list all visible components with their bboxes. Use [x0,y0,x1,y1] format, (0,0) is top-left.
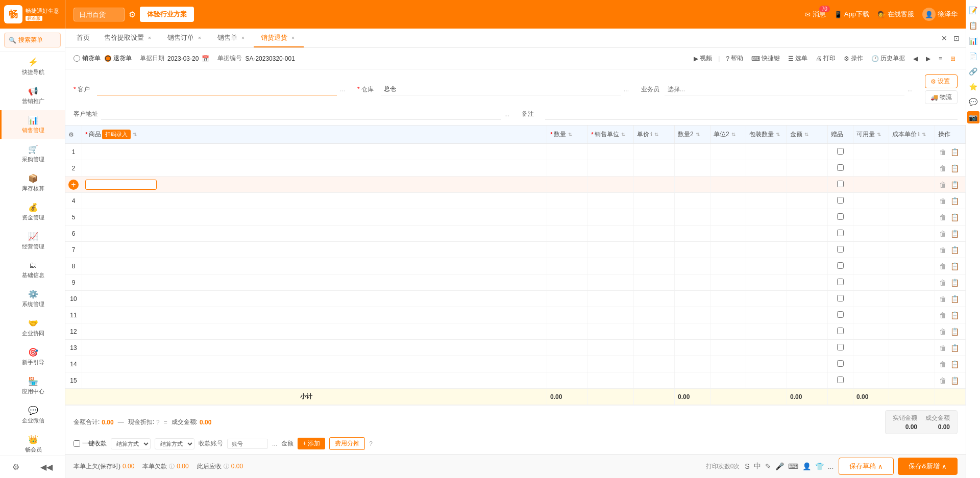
sidebar-item-purchase[interactable]: 🛒 采购管理 [0,139,65,168]
unit-cell[interactable] [588,144,634,160]
delete-row-button[interactable]: 🗑 [938,245,947,255]
sidebar-item-shortcut[interactable]: ⚡ 快捷导航 [0,52,65,81]
return-radio[interactable]: 退货单 [105,54,132,63]
th-gear[interactable]: ⚙ [65,125,82,144]
right-panel-icon-4[interactable]: 📄 [967,50,979,62]
history-button[interactable]: 🕐 历史单据 [869,53,907,64]
sidebar-item-operation[interactable]: 📈 经营管理 [0,227,65,256]
split-cost-button[interactable]: 费用分摊 [329,437,365,450]
settings-gear-icon[interactable]: ⚙ [129,10,136,19]
discount-help-icon[interactable]: ? [156,419,160,426]
remark-input[interactable] [545,108,958,120]
app-download-button[interactable]: 📱 App下载 [834,10,869,19]
amount-sort-icon[interactable]: ⇅ [804,132,808,137]
copy-row-button[interactable]: 📋 [949,375,960,386]
right-panel-icon-3[interactable]: 📊 [967,35,979,47]
receive-info-icon[interactable]: ⓘ [224,463,229,470]
sidebar-collapse-button[interactable]: ◀◀ [38,460,55,474]
sidebar-item-inventory[interactable]: 📦 库存核算 [0,168,65,197]
unit-cell[interactable] [588,160,634,177]
qty-cell[interactable] [547,144,588,160]
pkgqty-cell[interactable] [746,160,787,177]
avail-sort-icon[interactable]: ⇅ [877,132,881,137]
amount-cell[interactable] [787,177,828,193]
add-row-button[interactable]: + [68,180,79,190]
customer-select-dots[interactable]: ... [340,86,345,93]
sidebar-item-apps[interactable]: 🏪 应用中心 [0,371,65,400]
account-select-dots[interactable]: ... [272,440,277,447]
price-sort-icon[interactable]: ⇅ [654,132,658,137]
delete-row-button[interactable]: 🗑 [938,147,947,157]
sidebar-settings-button[interactable]: ⚙ [10,460,21,474]
sidebar-item-finance[interactable]: 💰 资金管理 [0,197,65,227]
copy-row-button[interactable]: 📋 [949,245,960,255]
right-panel-icon-1[interactable]: 📝 [967,4,979,16]
copy-row-button[interactable]: 📋 [949,261,960,271]
unit2-cell[interactable] [710,144,746,160]
copy-row-button[interactable]: 📋 [949,343,960,353]
salesperson-input[interactable] [665,84,904,95]
price-cell[interactable] [634,160,675,177]
avail-cell[interactable] [853,177,889,193]
warehouse-input[interactable] [381,84,621,95]
copy-row-button[interactable]: 📋 [949,310,960,320]
tab-sales-return[interactable]: 销货退货 × [254,29,304,47]
tool3-icon[interactable]: 🎤 [774,461,785,471]
account-input[interactable] [227,439,268,449]
salesperson-select-dots[interactable]: ... [908,86,913,93]
operate-button[interactable]: ⚙ 操作 [842,53,865,64]
delete-row-button[interactable]: 🗑 [938,229,947,239]
search-menu-button[interactable]: 🔍 搜索菜单 [4,33,61,47]
amount-cell[interactable] [787,160,828,177]
delete-row-button[interactable]: 🗑 [938,375,947,386]
qty2-cell[interactable] [675,160,710,177]
copy-row-button[interactable]: 📋 [949,278,960,288]
product-sort-icon[interactable]: ⇅ [133,132,137,137]
delete-row-button[interactable]: 🗑 [938,310,947,320]
unit2-sort-icon[interactable]: ⇅ [731,132,736,137]
copy-row-button[interactable]: 📋 [949,212,960,222]
logistics-button[interactable]: 🚚 物流 [925,90,958,104]
experience-plan-button[interactable]: 体验行业方案 [140,7,194,22]
copy-row-button[interactable]: 📋 [949,326,960,337]
sidebar-item-basic[interactable]: 🗂 基础信息 [0,256,65,284]
product-cell-input[interactable] [82,177,547,193]
tool2-icon[interactable]: ✎ [764,461,772,471]
copy-row-button[interactable]: 📋 [949,229,960,239]
sales-radio[interactable]: 销货单 [74,54,101,63]
save-new-button[interactable]: 保存&新增 ∧ [898,458,958,475]
amount-cell[interactable] [787,144,828,160]
price-cell[interactable] [634,177,675,193]
right-panel-icon-8[interactable]: 📷 [967,111,979,123]
cost-sort-icon[interactable]: ⇅ [922,132,926,137]
close-sales-return-tab[interactable]: × [289,34,297,41]
shortcut-button[interactable]: ⌨ 快捷键 [749,53,782,64]
cost-info-icon[interactable]: ℹ [918,131,920,138]
one-click-payment-checkbox[interactable]: 一键收款 [74,439,107,448]
tab-price-setting[interactable]: 售价提取设置 × [97,29,160,47]
tab-sales-delivery[interactable]: 销售单 × [210,29,254,47]
copy-row-button[interactable]: 📋 [949,163,960,173]
right-panel-icon-5[interactable]: 🔗 [967,65,979,78]
delete-row-button[interactable]: 🗑 [938,343,947,353]
gift-cell[interactable] [828,160,853,177]
tool1-icon[interactable]: 中 [753,461,762,472]
pkgqty-cell[interactable] [746,177,787,193]
help-button[interactable]: ? 帮助 [724,53,745,64]
warehouse-select-dots[interactable]: ... [624,86,629,93]
price-info-icon[interactable]: ℹ [650,131,652,138]
sidebar-item-enterprise[interactable]: 🤝 企业协同 [0,313,65,342]
unit2-cell[interactable] [710,177,746,193]
customer-input[interactable] [97,84,337,95]
close-sales-delivery-tab[interactable]: × [239,34,247,41]
add-payment-button[interactable]: + 添加 [298,438,325,449]
video-help-button[interactable]: ▶ 视频 [692,53,714,64]
user-avatar-button[interactable]: 👤 徐泽华 [922,8,958,21]
settlement-method-select[interactable]: 结算方式 [111,438,151,449]
address-select-dots[interactable]: ... [504,111,509,118]
online-service-button[interactable]: 💁 在线客服 [877,10,914,19]
grid-view-button[interactable]: ⊞ [948,54,958,63]
avail-cell[interactable] [853,144,889,160]
price-cell[interactable] [634,144,675,160]
delete-row-button[interactable]: 🗑 [938,326,947,337]
